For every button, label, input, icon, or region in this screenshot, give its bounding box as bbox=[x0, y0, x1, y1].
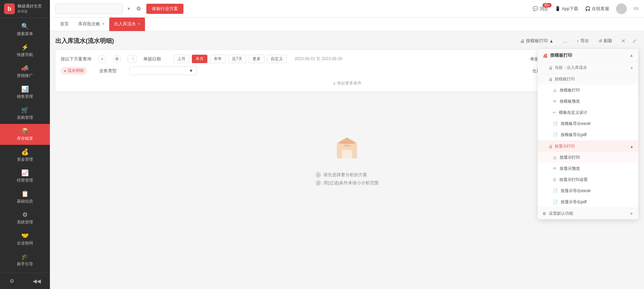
sidebar-item-label: 搜索菜单 bbox=[17, 31, 33, 37]
item-print-icon: 🖨 bbox=[553, 88, 557, 93]
sidebar-item-search[interactable]: 🔍 搜索菜单 bbox=[0, 19, 50, 40]
date-btn-this-month[interactable]: 本月 bbox=[192, 55, 207, 63]
topbar-search-input[interactable] bbox=[55, 4, 123, 14]
empty-tip-1: 1 请先选择要分析的方案 bbox=[315, 172, 378, 178]
message-btn[interactable]: 💬 消息 99+ bbox=[533, 6, 548, 12]
tip-num-1: 1 bbox=[315, 172, 321, 178]
app-logo: b 畅捷通好生意 标准版 bbox=[0, 0, 50, 18]
panel-close-btn[interactable]: ✕ bbox=[619, 37, 627, 45]
empty-illustration bbox=[330, 131, 364, 165]
tabbar: 首页 库存批次账 × 出入库流水 × bbox=[50, 18, 644, 31]
date-btn-last-month[interactable]: 上月 bbox=[174, 55, 189, 63]
sidebar-item-marketing[interactable]: 📣 营销推广 bbox=[0, 61, 50, 82]
dropdown-item-print-template[interactable]: 🖨 按模板打印 bbox=[538, 85, 638, 96]
dropdown-header: 🖨 按模板打印 ▲ bbox=[538, 49, 638, 62]
empty-tips: 1 请先选择要分析的方案 2 用[过滤]条件来缩小分析范围 bbox=[315, 172, 378, 188]
display-section-title: 🖨 按显示打印 bbox=[549, 143, 575, 149]
page-actions: 🖨 按模板打印 ▲ … ↑ 导出 ↺ 刷新 ✕ ⤢ bbox=[518, 36, 639, 45]
sidebar-item-appstore[interactable]: 🏪 应用中心 bbox=[0, 270, 50, 273]
sidebar-collapse-btn[interactable]: ◀◀ bbox=[31, 277, 42, 286]
topbar-gear-icon[interactable]: ⚙ bbox=[136, 5, 141, 12]
dropdown-subitem-display-pdf[interactable]: 📄 按显示导出pdf bbox=[538, 196, 638, 208]
print-template-btn[interactable]: 🖨 按模板打印 ▲ bbox=[518, 36, 556, 45]
dropdown-subitem-display-settings[interactable]: ⚙ 按显示打印设置 bbox=[538, 174, 638, 185]
filter-biz-label: 业务类型 bbox=[99, 68, 123, 74]
service-icon: 🎧 bbox=[585, 6, 590, 11]
dropdown-item-preview-template[interactable]: 👁 按模板预览 bbox=[538, 96, 638, 107]
sidebar-item-system[interactable]: ⚙ 系统管理 bbox=[0, 208, 50, 229]
filter-by-label: 按以下方案查询 bbox=[61, 56, 91, 62]
app-download-label: App下载 bbox=[562, 6, 578, 12]
tab-home[interactable]: 首页 bbox=[55, 18, 74, 31]
filter-collapse-btn[interactable]: 《 bbox=[128, 55, 137, 63]
dropdown-template-section: 🖨 按模板打印 🖨 按模板打印 👁 按模板预览 bbox=[538, 74, 638, 141]
basic-icon: 📋 bbox=[21, 190, 29, 198]
footer-chevron-icon: ▼ bbox=[630, 211, 634, 216]
online-service-btn[interactable]: 🎧 在线客服 bbox=[585, 6, 609, 12]
footer-settings: ⚙ 设置默认功能 bbox=[543, 211, 573, 216]
tab-flow-label: 出入库流水 bbox=[114, 21, 136, 27]
date-btn-this-year[interactable]: 本年 bbox=[210, 55, 226, 63]
biz-dropdown-icon: ▼ bbox=[189, 68, 193, 73]
sidebar-item-purchase[interactable]: 🛒 采购管理 bbox=[0, 103, 50, 124]
app-download-icon: 📱 bbox=[555, 6, 560, 11]
filter-settings-btn[interactable]: ⚙ bbox=[113, 55, 121, 63]
collab-icon: 🤝 bbox=[21, 232, 29, 239]
more-icon: … bbox=[563, 38, 567, 44]
refresh-label: 刷新 bbox=[604, 38, 612, 44]
dropdown-footer[interactable]: ⚙ 设置默认功能 ▼ bbox=[538, 208, 638, 219]
sidebar-settings-btn[interactable]: ⚙ bbox=[8, 277, 16, 286]
sidebar-item-sales[interactable]: 📊 销售管理 bbox=[0, 82, 50, 103]
tag-icon: ● bbox=[64, 69, 66, 73]
dropdown-subitem-display-print[interactable]: 🖨 按显示打印 bbox=[538, 152, 638, 163]
sidebar-item-operations[interactable]: 📈 经营管理 bbox=[0, 166, 50, 187]
filter-date-label: 单据日期 bbox=[143, 56, 167, 62]
current-chevron-icon[interactable]: ▼ bbox=[630, 66, 634, 70]
dropdown-subitem-display-preview[interactable]: 👁 按显示预览 bbox=[538, 163, 638, 174]
collapse-label: 收起更多条件 bbox=[337, 80, 361, 86]
dropdown-item-export-pdf[interactable]: 📄 按模板导出pdf bbox=[538, 129, 638, 140]
dropdown-item-custom-design[interactable]: ✏ 模板自定义设计 bbox=[538, 107, 638, 118]
template-section-title: 🖨 按模板打印 bbox=[549, 76, 575, 82]
topbar-dropdown-icon[interactable]: ▼ bbox=[127, 6, 131, 11]
topbar-right: 💬 消息 99+ 📱 App下载 🎧 在线客服 Rit bbox=[533, 3, 639, 14]
sidebar-item-inventory[interactable]: 📦 库存核算 bbox=[0, 124, 50, 145]
date-btn-7days[interactable]: 近7天 bbox=[228, 55, 246, 63]
page-header: 出入库流水(流水明细) 🖨 按模板打印 ▲ … ↑ 导出 ↺ 刷新 bbox=[55, 36, 639, 45]
footer-settings-icon: ⚙ bbox=[543, 211, 546, 216]
tab-batch-close-icon[interactable]: × bbox=[102, 22, 105, 26]
dropdown-subitem-display-excel[interactable]: 📄 按显示导出excel bbox=[538, 185, 638, 196]
sidebar-item-finance[interactable]: 💰 资金管理 bbox=[0, 145, 50, 166]
template-section-header: 🖨 按模板打印 bbox=[538, 74, 638, 85]
panel-expand-btn[interactable]: ⤢ bbox=[630, 37, 639, 45]
date-btn-more[interactable]: 更多 bbox=[249, 55, 264, 63]
app-download-btn[interactable]: 📱 App下载 bbox=[555, 6, 578, 12]
refresh-btn[interactable]: ↺ 刷新 bbox=[596, 36, 615, 45]
filter-add-btn[interactable]: + bbox=[98, 55, 106, 63]
tab-batch[interactable]: 库存批次账 × bbox=[74, 18, 109, 31]
sidebar-item-basic[interactable]: 📋 基础信息 bbox=[0, 187, 50, 208]
industry-btn[interactable]: 体验行业方案 bbox=[146, 4, 183, 14]
sidebar-item-guide[interactable]: 🎓 新手引导 bbox=[0, 249, 50, 270]
export-btn[interactable]: ↑ 导出 bbox=[574, 36, 592, 45]
more-btn[interactable]: … bbox=[560, 37, 570, 45]
filter-biz-select[interactable]: ▼ bbox=[129, 67, 197, 75]
operations-icon: 📈 bbox=[21, 169, 29, 177]
user-name: Rit bbox=[634, 6, 639, 11]
filter-tag-liushui: ● 流水明细 bbox=[61, 67, 87, 75]
sidebar: b 畅捷通好生意 标准版 🔍 搜索菜单 ⚡ 快捷导航 📣 营销推广 📊 销售管理… bbox=[0, 0, 50, 289]
date-btn-custom[interactable]: 自定义 bbox=[267, 55, 287, 63]
dropdown-chevron-icon[interactable]: ▲ bbox=[630, 53, 634, 58]
sidebar-item-quicknav[interactable]: ⚡ 快捷导航 bbox=[0, 40, 50, 61]
user-avatar[interactable] bbox=[616, 3, 627, 14]
tab-flow-close-icon[interactable]: × bbox=[138, 22, 140, 26]
app-name: 畅捷通好生意 bbox=[18, 4, 42, 9]
dropdown-current-title: 🖨 当前：出入库流水 bbox=[549, 65, 587, 71]
collapse-arrow-icon: ∧ bbox=[333, 81, 336, 86]
display-chevron-icon[interactable]: ▲ bbox=[630, 144, 634, 149]
tab-flow[interactable]: 出入库流水 × bbox=[109, 18, 145, 31]
print-icon: 🖨 bbox=[520, 38, 525, 44]
sidebar-item-collab[interactable]: 🤝 企业协同 bbox=[0, 229, 50, 249]
dropdown-item-export-excel[interactable]: 📄 按模板导出excel bbox=[538, 118, 638, 129]
filter-tag-label: 流水明细 bbox=[67, 68, 84, 74]
